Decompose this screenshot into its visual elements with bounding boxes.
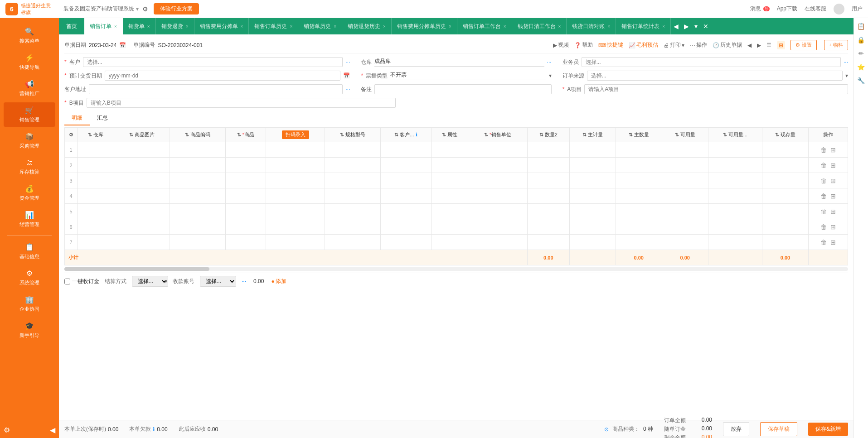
sidebar-item-operation[interactable]: 📊 经营管理 (4, 207, 55, 231)
row-1-attribute[interactable] (431, 142, 468, 158)
row-4-main-qty[interactable] (616, 188, 662, 204)
tab-next-btn[interactable]: ▶ (681, 23, 692, 30)
row-4-attribute[interactable] (431, 188, 468, 204)
tab-cash-daily-workbench[interactable]: 钱货日清工作台 × (512, 18, 567, 34)
row-3-attribute[interactable] (431, 173, 468, 188)
row-2-available[interactable] (662, 158, 708, 173)
operations-btn[interactable]: ⋯ 操作 (690, 41, 707, 49)
row-6-main-qty[interactable] (616, 219, 662, 235)
row-1-quantity2[interactable] (527, 142, 569, 158)
account-select[interactable]: 选择... (200, 276, 236, 287)
tab-sales-order[interactable]: 销售订单 × (84, 18, 123, 34)
row-6-product-image[interactable] (114, 219, 170, 235)
sidebar-collapse-btn[interactable]: ◀ (50, 426, 55, 434)
tab-more-btn[interactable]: ▾ (692, 23, 700, 30)
row-6-delete-btn[interactable]: 🗑 (820, 223, 827, 231)
row-1-available2[interactable] (708, 142, 762, 158)
row-2-customer-field[interactable] (380, 158, 431, 173)
row-7-quantity2[interactable] (527, 235, 569, 250)
a-project-input[interactable] (584, 84, 848, 94)
row-3-product-name[interactable] (225, 173, 266, 188)
tab-home[interactable]: 首页 (59, 18, 84, 34)
row-7-available[interactable] (662, 235, 708, 250)
row-6-customer-field[interactable] (380, 219, 431, 235)
sidebar-item-marketing[interactable]: 📢 营销推广 (4, 76, 55, 101)
row-1-product-image[interactable] (114, 142, 170, 158)
system-name-dropdown-icon[interactable]: ▾ (136, 6, 139, 12)
col-main-unit[interactable]: ⇅ 主计量 (569, 128, 616, 142)
row-6-quantity2[interactable] (527, 219, 569, 235)
row-5-product-code[interactable] (170, 204, 225, 219)
tab-sales-refund-history[interactable]: 销货退货历史 × (342, 18, 392, 34)
row-4-copy-btn[interactable]: ⊞ (830, 193, 836, 200)
row-2-copy-btn[interactable]: ⊞ (830, 162, 836, 169)
warehouse-value[interactable]: 成品库 (374, 58, 544, 67)
row-4-customer-field[interactable] (380, 188, 431, 204)
payment-method-dropdown-icon[interactable]: ▾ (165, 278, 167, 284)
tab-sales-order-stats[interactable]: 销售订单统计表 × (616, 18, 671, 34)
row-2-sales-unit[interactable] (468, 158, 528, 173)
sidebar-item-quick-nav[interactable]: ⚡ 快捷导航 (4, 50, 55, 74)
settings-icon[interactable]: ⚙ (142, 5, 148, 13)
row-1-sales-unit[interactable] (468, 142, 528, 158)
row-5-sales-unit[interactable] (468, 204, 528, 219)
row-1-product-code[interactable] (170, 142, 225, 158)
product-count-icon[interactable]: ⊙ (604, 426, 609, 433)
tab-close-cash-daily-reconcile[interactable]: × (607, 24, 610, 29)
col-main-qty[interactable]: ⇅ 主数量 (616, 128, 662, 142)
row-6-main-unit[interactable] (569, 219, 616, 235)
sidebar-item-search[interactable]: 🔍 搜索菜单 (4, 24, 55, 48)
payment-method-select[interactable]: 选择... (132, 276, 168, 287)
row-2-product-image[interactable] (114, 158, 170, 173)
col-spec-model[interactable]: ⇅ 规格型号 (325, 128, 381, 142)
sidebar-item-enterprise[interactable]: 🏢 企业协同 (4, 292, 55, 316)
row-6-product-code[interactable] (170, 219, 225, 235)
row-1-warehouse[interactable] (78, 142, 114, 158)
row-7-copy-btn[interactable]: ⊞ (830, 239, 836, 246)
row-1-copy-btn[interactable]: ⊞ (830, 146, 836, 154)
col-customer-field[interactable]: ⇅ 客户... ℹ (380, 128, 431, 142)
tab-close-sales-refund-history[interactable]: × (383, 24, 386, 29)
row-5-stock[interactable] (762, 204, 809, 219)
row-4-warehouse[interactable] (78, 188, 114, 204)
print-dropdown-icon[interactable]: ▾ (682, 42, 684, 48)
tab-close-sales-order[interactable]: × (114, 24, 117, 29)
row-4-product-name[interactable] (225, 188, 266, 204)
col-quantity2[interactable]: ⇅ 数量2 (527, 128, 569, 142)
list-view-btn[interactable]: ☰ (766, 42, 771, 48)
one-click-payment-checkbox[interactable]: 一键收订金 (64, 278, 99, 285)
row-7-attribute[interactable] (431, 235, 468, 250)
tab-cash-daily-reconcile[interactable]: 钱货日清对账 × (567, 18, 616, 34)
row-4-available[interactable] (662, 188, 708, 204)
row-2-delete-btn[interactable]: 🗑 (820, 162, 827, 169)
column-settings-icon[interactable]: ⚙ (69, 132, 73, 137)
row-7-stock[interactable] (762, 235, 809, 250)
scan-input-btn[interactable]: 扫码录入 (282, 130, 309, 139)
salesperson-input[interactable] (582, 57, 841, 67)
row-4-product-code[interactable] (170, 188, 225, 204)
delivery-calendar-icon[interactable]: 📅 (343, 72, 350, 79)
row-1-customer-field[interactable] (380, 142, 431, 158)
col-product-name[interactable]: ⇅ *商品 (225, 128, 266, 142)
row-1-main-qty[interactable] (616, 142, 662, 158)
account-more-btn[interactable]: ··· (242, 278, 246, 284)
right-panel-btn-4[interactable]: ⭐ (855, 61, 868, 73)
profit-forecast-btn[interactable]: 📈 毛利预估 (629, 41, 658, 49)
row-2-attribute[interactable] (431, 158, 468, 173)
row-5-available[interactable] (662, 204, 708, 219)
tab-close-cash-daily-workbench[interactable]: × (558, 24, 561, 29)
sidebar-item-purchase[interactable]: 📦 采购管理 (4, 129, 55, 153)
tab-sales-return-history[interactable]: 销货单历史 × (298, 18, 342, 34)
sidebar-item-inventory[interactable]: 🗂 库存核算 (4, 155, 55, 179)
help-btn[interactable]: ❓ 帮助 (574, 41, 593, 49)
row-2-product-name[interactable] (225, 158, 266, 173)
order-source-dropdown-icon[interactable]: ▾ (845, 72, 848, 79)
customer-input[interactable] (83, 57, 343, 67)
customer-addr-more-btn[interactable]: ··· (345, 86, 350, 92)
row-3-stock[interactable] (762, 173, 809, 188)
row-5-spec-model[interactable] (325, 204, 381, 219)
row-3-product-code[interactable] (170, 173, 225, 188)
row-7-sales-unit[interactable] (468, 235, 528, 250)
shortcut-btn[interactable]: ⌨ 快捷键 (598, 41, 623, 49)
tab-sales-order-workbench[interactable]: 销售订单工作台 × (457, 18, 512, 34)
